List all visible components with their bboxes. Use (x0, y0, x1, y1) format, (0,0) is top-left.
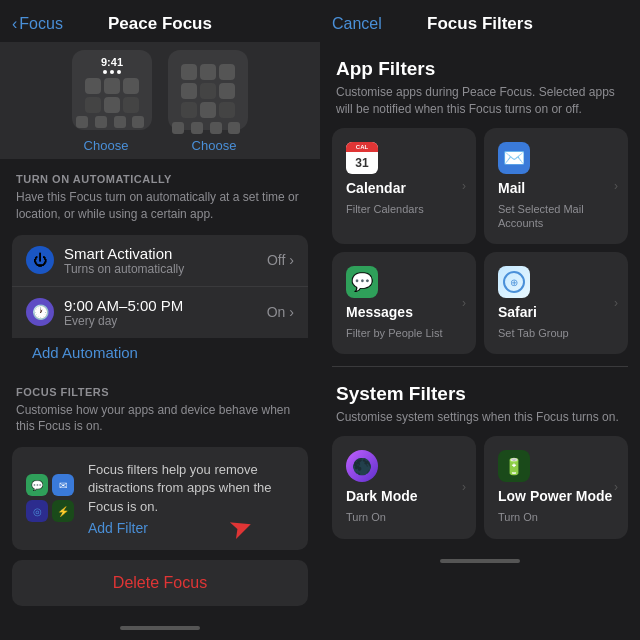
chevron-right-icon: › (462, 296, 466, 310)
phone-time: 9:41 (101, 56, 123, 68)
calendar-filter-card[interactable]: CAL 31 › Calendar Filter Calendars (332, 128, 476, 245)
low-power-sub: Turn On (498, 510, 614, 524)
turn-on-header: TURN ON AUTOMATICALLY (0, 159, 320, 189)
chevron-right-icon: › (462, 179, 466, 193)
app-filter-cards: CAL 31 › Calendar Filter Calendars ✉️ › … (320, 128, 640, 367)
calendar-icon: CAL 31 (346, 142, 378, 174)
mail-icon: ✉️ (498, 142, 530, 174)
right-home-indicator (320, 551, 640, 571)
add-filter-button[interactable]: Add Filter (88, 520, 294, 536)
mail-label: Mail (498, 180, 614, 196)
system-filters-header: System Filters (320, 375, 640, 407)
schedule-label: 9:00 AM–5:00 PM (64, 297, 183, 314)
app-filters-header: App Filters (320, 50, 640, 82)
choose-right-button[interactable]: Choose (174, 138, 254, 153)
chevron-left-icon: ‹ (12, 15, 17, 33)
dark-mode-icon: 🌑 (346, 450, 378, 482)
focus-filters-sub: Customise how your apps and device behav… (0, 402, 320, 444)
dark-mode-label: Dark Mode (346, 488, 462, 504)
smart-activation-sub: Turns on automatically (64, 262, 184, 276)
schedule-sub: Every day (64, 314, 183, 328)
phone-mock-left: 9:41 (72, 50, 152, 130)
phone-preview: 9:41 (0, 42, 320, 134)
left-section-content: TURN ON AUTOMATICALLY Have this Focus tu… (0, 159, 320, 640)
chevron-right-icon: › (614, 480, 618, 494)
safari-icon: ⊕ (498, 266, 530, 298)
mail-sub: Set Selected Mail Accounts (498, 202, 614, 231)
safari-filter-card[interactable]: ⊕ › Safari Set Tab Group (484, 252, 628, 354)
focus-filters-section: FOCUS FILTERS Customise how your apps an… (0, 372, 320, 550)
dark-mode-filter-card[interactable]: 🌑 › Dark Mode Turn On (332, 436, 476, 538)
filter-icons: 💬 ✉ ◎ ⚡ (26, 474, 74, 522)
promo-description: Focus filters help you remove distractio… (88, 461, 294, 516)
chevron-right-icon: › (614, 179, 618, 193)
schedule-icon: 🕐 (26, 298, 54, 326)
chevron-right-icon: › (614, 296, 618, 310)
back-label[interactable]: Focus (19, 15, 63, 33)
calendar-label: Calendar (346, 180, 462, 196)
system-filters-sub: Customise system settings when this Focu… (320, 407, 640, 436)
section-divider (332, 366, 628, 367)
low-power-filter-card[interactable]: 🔋 › Low Power Mode Turn On (484, 436, 628, 538)
safari-small-icon: ◎ (26, 500, 48, 522)
messages-icon: 💬 (346, 266, 378, 298)
turn-on-sub: Have this Focus turn on automatically at… (0, 189, 320, 231)
safari-label: Safari (498, 304, 614, 320)
messages-sub: Filter by People List (346, 326, 462, 340)
filter-promo-box: 💬 ✉ ◎ ⚡ Focus filters help you remove di… (12, 447, 308, 550)
mail-small-icon: ✉ (52, 474, 74, 496)
smart-activation-icon: ⏻ (26, 246, 54, 274)
home-indicator (0, 618, 320, 638)
mail-filter-card[interactable]: ✉️ › Mail Set Selected Mail Accounts (484, 128, 628, 245)
left-panel: ‹ Focus Peace Focus 9:41 (0, 0, 320, 640)
cancel-button[interactable]: Cancel (332, 15, 382, 33)
right-page-title: Focus Filters (427, 14, 533, 34)
calendar-sub: Filter Calendars (346, 202, 462, 216)
add-automation-button[interactable]: Add Automation (16, 336, 154, 365)
system-filter-cards: 🌑 › Dark Mode Turn On 🔋 › Low Power Mode… (320, 436, 640, 550)
focus-filters-header: FOCUS FILTERS (0, 372, 320, 402)
low-power-icon: 🔋 (498, 450, 530, 482)
right-header: Cancel Focus Filters (320, 0, 640, 42)
battery-small-icon: ⚡ (52, 500, 74, 522)
back-button[interactable]: ‹ Focus (12, 15, 63, 33)
delete-focus-button[interactable]: Delete Focus (12, 560, 308, 606)
right-content: App Filters Customise apps during Peace … (320, 42, 640, 640)
smart-activation-label: Smart Activation (64, 245, 184, 262)
safari-sub: Set Tab Group (498, 326, 614, 340)
dark-mode-sub: Turn On (346, 510, 462, 524)
filter-promo-text: Focus filters help you remove distractio… (88, 461, 294, 536)
chevron-right-icon: › (289, 252, 294, 268)
phone-mock-right (168, 50, 248, 130)
smart-activation-value[interactable]: Off › (267, 252, 294, 268)
app-filters-sub: Customise apps during Peace Focus. Selec… (320, 82, 640, 128)
messages-filter-card[interactable]: 💬 › Messages Filter by People List (332, 252, 476, 354)
left-header: ‹ Focus Peace Focus (0, 0, 320, 42)
phone-labels: Choose Choose (0, 134, 320, 159)
page-title: Peace Focus (108, 14, 212, 34)
choose-left-button[interactable]: Choose (66, 138, 146, 153)
chevron-right-icon: › (462, 480, 466, 494)
right-panel: Cancel Focus Filters App Filters Customi… (320, 0, 640, 640)
messages-small-icon: 💬 (26, 474, 48, 496)
messages-label: Messages (346, 304, 462, 320)
chevron-right-icon: › (289, 304, 294, 320)
low-power-label: Low Power Mode (498, 488, 614, 504)
schedule-value[interactable]: On › (267, 304, 294, 320)
